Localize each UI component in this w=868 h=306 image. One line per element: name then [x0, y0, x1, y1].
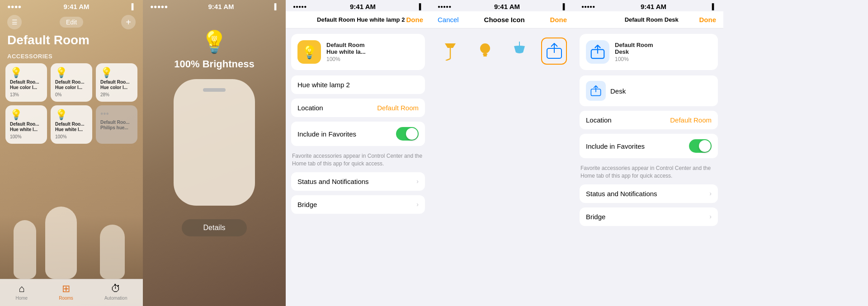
location-row-5[interactable]: Location Default Room	[580, 111, 718, 129]
status-bar-2: ●●●●● 9:41 AM ▌	[143, 0, 286, 11]
bridge-row-5[interactable]: Bridge ›	[580, 207, 718, 226]
room-title: Default Room	[0, 33, 143, 53]
detail-title-4: Choose Icon	[459, 16, 550, 24]
battery-icon-3: ▌	[419, 3, 423, 10]
desk-detail-right	[723, 0, 868, 231]
accessories-grid: 💡 Default Roo...Hue color l... 13% 💡 Def…	[0, 63, 143, 144]
edit-button[interactable]: Edit	[60, 17, 83, 28]
favorites-row-3[interactable]: Include in Favorites	[291, 122, 425, 146]
panel-choose-icon: ●●●●● 9:41 AM ▌ Cancel Choose Icon Done	[430, 0, 574, 306]
status-bar-1: ●●●● 9:41 AM ▌	[0, 0, 143, 11]
location-label-5: Location	[586, 116, 612, 124]
nav-automation[interactable]: ⏱ Automation	[104, 283, 127, 301]
accessory-tile-5[interactable]: 💡 Default Roo...Hue white l... 100%	[51, 105, 92, 144]
accessory-name-row-5[interactable]: Desk	[580, 75, 718, 106]
detail-header-4: Cancel Choose Icon Done	[430, 11, 574, 28]
favorites-row-5[interactable]: Include in Favorites	[580, 134, 718, 158]
details-button[interactable]: Details	[182, 219, 247, 236]
icon-option-floor-lamp[interactable]	[438, 38, 463, 65]
ceiling-lamp-icon	[511, 42, 528, 61]
time-display-5: 9:41 AM	[641, 3, 666, 10]
bridge-label-5: Bridge	[586, 213, 605, 221]
status-bar-3: ●●●●● 9:41 AM ▌	[286, 0, 430, 11]
toggle-knob-5	[699, 140, 711, 152]
nav-rooms-label: Rooms	[59, 296, 73, 301]
nav-home[interactable]: ⌂ Home	[16, 283, 28, 301]
accessory-tile-6[interactable]: ••• Default Roo...Philips hue...	[96, 105, 137, 144]
location-section-5: Location Default Room	[580, 111, 718, 129]
panel-home-room: ●●●● 9:41 AM ▌ ☰ Edit + Default Room Acc…	[0, 0, 143, 306]
preview-name-5: Default RoomDesk	[615, 42, 653, 55]
name-section-5: Desk	[580, 75, 718, 106]
bridge-section-5: Bridge ›	[580, 207, 718, 226]
svg-rect-5	[483, 55, 487, 56]
accessory-tile-3[interactable]: 💡 Default Roo...Hue color l... 28%	[96, 63, 137, 102]
panel-desk-detail: ●●●●● 9:41 AM ▌ Default Room Desk Done	[574, 0, 868, 306]
toggle-knob-3	[406, 128, 418, 140]
location-row-3[interactable]: Location Default Room	[291, 99, 425, 117]
battery-icon-4: ▌	[563, 3, 567, 10]
menu-button[interactable]: ☰	[7, 15, 22, 29]
preview-icon-3[interactable]: 💡	[297, 40, 321, 64]
menu-icon: ☰	[12, 19, 18, 26]
bulb-icon	[477, 42, 493, 61]
done-button-5[interactable]: Done	[699, 16, 717, 24]
accessory-preview-card-3: 💡 Default RoomHue white la... 100%	[291, 34, 425, 70]
done-button-3[interactable]: Done	[406, 16, 424, 24]
room-header: ☰ Edit +	[0, 11, 143, 33]
name-section-3: Hue white lamp 2	[291, 75, 425, 94]
icon-option-ceiling-lamp[interactable]	[507, 38, 532, 65]
status-row-3[interactable]: Status and Notifications ›	[291, 172, 425, 191]
accessory-name-value-3: Hue white lamp 2	[297, 81, 350, 89]
preview-info-3: Default RoomHue white la... 100%	[326, 42, 366, 62]
bulb-icon-1: 💡	[10, 68, 42, 78]
location-value-3: Default Room	[377, 104, 419, 112]
svg-point-3	[480, 43, 490, 53]
preview-info-5: Default RoomDesk 100%	[615, 42, 653, 62]
bottom-navigation: ⌂ Home ⊞ Rooms ⏱ Automation	[0, 279, 143, 306]
desk-row-icon	[586, 81, 606, 101]
status-section-3: Status and Notifications ›	[291, 172, 425, 191]
accessory-tile-2[interactable]: 💡 Default Roo...Hue color l... 0%	[51, 63, 92, 102]
lamp-device-visual[interactable]	[174, 79, 255, 206]
nav-rooms[interactable]: ⊞ Rooms	[59, 283, 73, 301]
battery-icon-5: ▌	[712, 3, 716, 10]
svg-rect-4	[483, 53, 487, 55]
favorites-toggle-5[interactable]	[689, 139, 712, 153]
favorites-hint-5: Favorite accessories appear in Control C…	[574, 163, 723, 184]
tile-status-1: 13%	[10, 92, 42, 97]
panel-brightness: ●●●●● 9:41 AM ▌ 💡 100% Brightness Detail…	[143, 0, 286, 306]
favorites-label-5: Include in Favorites	[586, 142, 645, 150]
desk-detail-inner: ●●●●● 9:41 AM ▌ Default Room Desk Done	[574, 0, 868, 231]
wifi-icon-2: ●●●●●	[150, 3, 168, 10]
status-row-5[interactable]: Status and Notifications ›	[580, 184, 718, 203]
status-bar-5: ●●●●● 9:41 AM ▌	[574, 0, 723, 11]
accessory-tile-4[interactable]: 💡 Default Roo...Hue white l... 100%	[5, 105, 47, 144]
nav-home-label: Home	[16, 296, 28, 301]
detail-title-5: Default Room Desk	[604, 16, 699, 23]
tile-name-1: Default Roo...Hue color l...	[10, 80, 42, 90]
done-button-4[interactable]: Done	[550, 16, 567, 24]
accessory-name-row-3[interactable]: Hue white lamp 2	[291, 75, 425, 94]
preview-percent-5: 100%	[615, 56, 653, 62]
svg-line-1	[446, 59, 450, 61]
battery-icon-1: ▌	[132, 3, 136, 10]
tile-name-6: Default Roo...Philips hue...	[100, 120, 133, 131]
export-icon	[546, 43, 562, 59]
tile-status-4: 100%	[10, 134, 42, 139]
accessory-tile-1[interactable]: 💡 Default Roo...Hue color l... 13%	[5, 63, 47, 102]
battery-icon-2: ▌	[274, 3, 278, 10]
icon-option-bulb[interactable]	[472, 38, 497, 65]
floor-lamp-icon	[442, 42, 458, 61]
favorites-toggle-3[interactable]	[396, 127, 419, 141]
home-icon: ⌂	[19, 283, 24, 295]
bridge-row-3[interactable]: Bridge ›	[291, 195, 425, 214]
preview-icon-5[interactable]	[586, 40, 609, 64]
accessory-name-value-5: Desk	[610, 87, 626, 95]
location-section-3: Location Default Room	[291, 99, 425, 117]
preview-percent-3: 100%	[326, 56, 366, 62]
icon-option-export[interactable]	[541, 38, 567, 65]
rooms-icon: ⊞	[62, 283, 70, 295]
cancel-button-4[interactable]: Cancel	[438, 16, 459, 24]
add-button[interactable]: +	[121, 15, 136, 29]
